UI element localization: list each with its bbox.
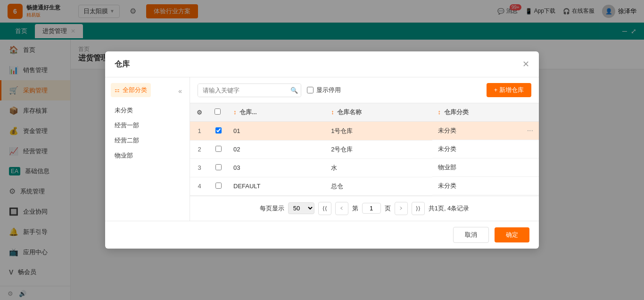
modal-footer: 取消 确定 [105, 221, 539, 249]
page-unit-label: 页 [385, 204, 391, 213]
modal-toolbar: 🔍 显示停用 + 新增仓库 [190, 77, 539, 103]
col-name: ↕ 仓库名称 [325, 103, 432, 122]
show-disabled-option: 显示停用 [307, 86, 341, 94]
table-row[interactable]: 4 DEFAULT 总仓 未分类 [190, 177, 539, 195]
row-category: 未分类 [432, 177, 539, 195]
row-checkbox[interactable] [215, 183, 222, 189]
modal-overlay: 仓库 ✕ ⚏ 全部分类 « 未分类 经营一部 经营二部 物业部 [0, 0, 644, 300]
row-code: 03 [228, 158, 325, 177]
search-icon[interactable]: 🔍 [287, 84, 301, 97]
show-disabled-label: 显示停用 [316, 86, 341, 94]
row-code: 02 [228, 140, 325, 158]
confirm-button[interactable]: 确定 [495, 227, 529, 242]
row-checkbox-cell [209, 140, 228, 158]
modal-close-button[interactable]: ✕ [522, 59, 529, 69]
category-item-ops1[interactable]: 经营一部 [111, 118, 184, 133]
per-page-label: 每页显示 [260, 204, 284, 213]
table-header-row: ⚙ ↕ 仓库... ↕ [190, 103, 539, 122]
col-code: ↕ 仓库... [228, 103, 325, 122]
col-settings: ⚙ [190, 103, 209, 122]
table-row[interactable]: 1 01 1号仓库 未分类 ··· [190, 122, 539, 141]
all-category-label: 全部分类 [123, 86, 147, 94]
row-number: 2 [190, 140, 209, 158]
warehouse-table: ⚙ ↕ 仓库... ↕ [190, 103, 539, 196]
last-page-button[interactable]: ⟩⟩ [412, 202, 425, 215]
select-all-checkbox[interactable] [215, 108, 221, 115]
cancel-button[interactable]: 取消 [453, 227, 489, 243]
row-name: 2号仓库 [325, 140, 432, 158]
row-number: 1 [190, 122, 209, 141]
table-row[interactable]: 3 03 水 物业部 [190, 158, 539, 177]
table-settings-icon[interactable]: ⚙ [197, 109, 202, 116]
col-checkbox [209, 103, 228, 122]
modal-sidebar-header: ⚏ 全部分类 « [111, 83, 184, 99]
page-number-input[interactable] [362, 203, 381, 214]
row-name: 总仓 [325, 177, 432, 195]
row-checkbox[interactable] [215, 146, 222, 152]
new-warehouse-button[interactable]: + 新增仓库 [487, 83, 531, 97]
row-number: 4 [190, 177, 209, 195]
collapse-sidebar-button[interactable]: « [176, 85, 184, 97]
row-number: 3 [190, 158, 209, 177]
modal-body: ⚏ 全部分类 « 未分类 经营一部 经营二部 物业部 🔍 [105, 77, 539, 221]
row-category: 物业部 [432, 158, 539, 177]
row-category: 未分类 [432, 140, 539, 158]
row-checkbox-cell [209, 158, 228, 177]
row-code: 01 [228, 122, 325, 141]
row-category: 未分类 ··· [432, 122, 539, 140]
row-more-button[interactable]: ··· [527, 126, 533, 135]
category-item-property[interactable]: 物业部 [111, 148, 184, 163]
grid-icon: ⚏ [115, 87, 120, 93]
all-category-item[interactable]: ⚏ 全部分类 [111, 83, 151, 97]
next-page-button[interactable]: ﹥ [395, 202, 408, 215]
row-code: DEFAULT [228, 177, 325, 195]
show-disabled-checkbox[interactable] [307, 87, 314, 93]
table-row[interactable]: 2 02 2号仓库 未分类 [190, 140, 539, 158]
toolbar-left: 🔍 显示停用 [198, 83, 341, 97]
row-name: 水 [325, 158, 432, 177]
modal-header: 仓库 ✕ [105, 51, 539, 77]
pagination: 每页显示 50 20 100 ⟨⟨ ﹤ 第 页 ﹥ ⟩⟩ 共1页, 4条记录 [190, 196, 539, 221]
modal-category-sidebar: ⚏ 全部分类 « 未分类 经营一部 经营二部 物业部 [105, 77, 190, 221]
search-input[interactable] [198, 84, 287, 97]
category-item-ops2[interactable]: 经营二部 [111, 133, 184, 148]
row-checkbox-cell [209, 177, 228, 195]
prev-page-button[interactable]: ﹤ [335, 202, 348, 215]
per-page-select[interactable]: 50 20 100 [288, 202, 314, 214]
row-name: 1号仓库 [325, 122, 432, 141]
search-box: 🔍 [198, 83, 301, 97]
category-item-unclassified[interactable]: 未分类 [111, 103, 184, 118]
row-checkbox[interactable] [215, 127, 222, 133]
total-info-label: 共1页, 4条记录 [429, 204, 470, 213]
modal-title: 仓库 [115, 59, 130, 69]
first-page-button[interactable]: ⟨⟨ [318, 202, 331, 215]
col-category: ↕ 仓库分类 [432, 103, 539, 122]
row-checkbox-cell [209, 122, 228, 141]
modal-main-content: 🔍 显示停用 + 新增仓库 [190, 77, 539, 221]
warehouse-modal: 仓库 ✕ ⚏ 全部分类 « 未分类 经营一部 经营二部 物业部 [105, 51, 539, 249]
row-checkbox[interactable] [215, 164, 222, 170]
page-label: 第 [352, 204, 358, 213]
